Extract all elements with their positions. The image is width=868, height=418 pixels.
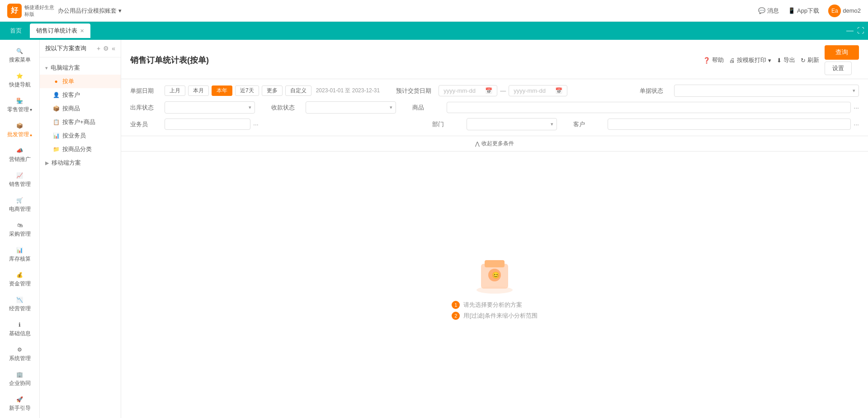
- delivery-status-select[interactable]: [165, 101, 255, 114]
- tree-child-by-category[interactable]: 📁 按商品分类: [40, 142, 121, 156]
- account-dropdown[interactable]: 办公用品行业模拟账套 ▾: [58, 7, 122, 15]
- tree-parent-mobile[interactable]: ▶ 移动端方案: [40, 156, 121, 170]
- sidebar-search[interactable]: 🔍 搜索菜单: [0, 43, 39, 68]
- settings-button[interactable]: 设置: [825, 62, 852, 75]
- marketing-icon: 📣: [16, 147, 23, 154]
- date-range-display: 2023-01-01 至 2023-12-31: [316, 87, 380, 95]
- user-area[interactable]: Ea demo2: [828, 5, 861, 17]
- sidebar-item-finance[interactable]: 💰 资金管理: [0, 267, 39, 292]
- star-icon: ⭐: [16, 73, 23, 79]
- tab-sales-order[interactable]: 销售订单统计表 ✕: [30, 24, 90, 38]
- empty-hint-2: 2 用[过滤]条件来缩小分析范围: [452, 312, 537, 320]
- tree-parent-pc[interactable]: ▾ 电脑端方案: [40, 61, 121, 75]
- main-layout: 🔍 搜索菜单 ⭐ 快捷导航 🏪 零售管理 ▾ 📦 批发管理 ▴ 📣 营销推广: [0, 40, 868, 418]
- last-month-button[interactable]: 上月: [165, 86, 185, 96]
- hint-num-1: 1: [452, 301, 460, 309]
- payment-status-select[interactable]: [306, 101, 396, 114]
- tab-home[interactable]: 首页: [4, 24, 28, 38]
- sidebar-item-system[interactable]: ⚙ 系统管理: [0, 342, 39, 367]
- left-panel-title: 按以下方案查询: [45, 44, 86, 52]
- ecommerce-icon: 🛒: [16, 197, 23, 204]
- order-status-select[interactable]: [674, 85, 859, 97]
- expected-delivery-start[interactable]: yyyy-mm-dd 📅: [439, 85, 497, 96]
- calendar-icon: 📅: [555, 87, 562, 94]
- sidebar-item-newbie[interactable]: 🚀 新手引导: [0, 392, 39, 417]
- product-input-group: ···: [447, 102, 859, 113]
- refresh-button[interactable]: ↻ 刷新: [801, 56, 819, 64]
- date-label: 单据日期: [130, 87, 157, 95]
- salesperson-input[interactable]: [165, 119, 250, 130]
- tree-child-by-product[interactable]: 📦 按商品: [40, 102, 121, 115]
- sales-order-tab-label: 销售订单统计表: [36, 27, 77, 35]
- empty-hint-1: 1 请先选择要分析的方案: [452, 301, 537, 309]
- product-dots[interactable]: ···: [854, 104, 859, 111]
- sidebar-quick-nav[interactable]: ⭐ 快捷导航: [0, 68, 39, 93]
- tree-child-by-customer[interactable]: 👤 按客户: [40, 88, 121, 102]
- collapse-panel-button[interactable]: «: [112, 45, 115, 52]
- template-print-button[interactable]: 🖨 按模板打印 ▾: [729, 56, 771, 64]
- sidebar-item-sales[interactable]: 📈 销售管理: [0, 168, 39, 193]
- settings-scheme-button[interactable]: ⚙: [103, 45, 109, 52]
- tree-section: ▾ 电脑端方案 ● 按单 👤 按客户 📦 按商品 📋 按客户+商品: [40, 57, 121, 173]
- expected-delivery-end[interactable]: yyyy-mm-dd 📅: [509, 85, 567, 96]
- sidebar-item-operations[interactable]: 📉 经营管理: [0, 292, 39, 317]
- avatar: Ea: [828, 5, 841, 17]
- sidebar-item-enterprise[interactable]: 🏢 企业协同: [0, 367, 39, 392]
- by-category-icon: 📁: [52, 146, 60, 153]
- sidebar-item-inventory[interactable]: 📊 库存核算: [0, 242, 39, 267]
- department-select[interactable]: [467, 118, 557, 130]
- sidebar-item-ecommerce[interactable]: 🛒 电商管理: [0, 193, 39, 218]
- logo-text: 畅捷通好生意 标版: [24, 4, 54, 17]
- collapse-bar[interactable]: ⋀ 收起更多条件: [121, 136, 868, 152]
- app-download-button[interactable]: 📱 App下载: [788, 7, 819, 15]
- query-button[interactable]: 查询: [825, 45, 859, 60]
- chevron-down-icon: ▾: [118, 7, 122, 14]
- filter-row-3: 业务员 ··· 部门 ▾ 客户 ···: [130, 118, 859, 130]
- logo-icon: 好: [7, 4, 22, 18]
- collapse-button[interactable]: ⋀ 收起更多条件: [475, 140, 514, 147]
- this-month-button[interactable]: 本月: [188, 86, 209, 96]
- tab-maximize-icon[interactable]: ⛶: [857, 27, 864, 35]
- department-wrapper: ▾: [467, 118, 557, 130]
- salesperson-dots[interactable]: ···: [253, 121, 259, 128]
- page-title: 销售订单统计表(按单): [130, 55, 209, 66]
- customer-input[interactable]: [608, 119, 851, 130]
- inventory-icon: 📊: [16, 247, 23, 253]
- purchase-icon: 🛍: [17, 222, 23, 228]
- sidebar-item-purchase[interactable]: 🛍 采购管理: [0, 218, 39, 242]
- help-button[interactable]: ❓ 帮助: [703, 56, 724, 64]
- search-icon: 🔍: [16, 48, 23, 54]
- sidebar-item-marketing[interactable]: 📣 营销推广: [0, 143, 39, 168]
- last-7-days-button[interactable]: 近7天: [235, 86, 259, 96]
- topbar-left: 好 畅捷通好生意 标版 办公用品行业模拟账套 ▾: [7, 4, 122, 18]
- export-button[interactable]: ⬇ 导出: [777, 56, 795, 64]
- customer-dots[interactable]: ···: [854, 121, 859, 128]
- sidebar-item-basic[interactable]: ℹ 基础信息: [0, 317, 39, 342]
- refresh-icon: ↻: [801, 57, 806, 64]
- tree-child-by-salesperson[interactable]: 📊 按业务员: [40, 129, 121, 142]
- this-year-button[interactable]: 本年: [212, 86, 232, 96]
- customer-input-group: ···: [608, 119, 859, 130]
- department-label: 部门: [432, 120, 459, 128]
- tabbar: 首页 销售订单统计表 ✕ — ⛶: [0, 22, 868, 40]
- chevron-right-icon: ▶: [45, 160, 49, 166]
- expected-delivery-label: 预计交货日期: [396, 87, 431, 95]
- delivery-status-label: 出库状态: [130, 104, 157, 112]
- by-salesperson-icon: 📊: [52, 132, 60, 139]
- tree-child-by-order[interactable]: ● 按单: [40, 75, 121, 88]
- product-input[interactable]: [447, 102, 851, 113]
- finance-icon: 💰: [16, 272, 23, 278]
- product-label: 商品: [412, 104, 439, 112]
- tabbar-actions: — ⛶: [846, 27, 864, 35]
- message-button[interactable]: 💬 消息: [758, 7, 779, 15]
- chevron-up-icon: ▴: [30, 132, 32, 137]
- more-button[interactable]: 更多: [262, 86, 283, 96]
- tab-close-icon[interactable]: ✕: [80, 28, 84, 34]
- sidebar-item-wholesale[interactable]: 📦 批发管理 ▴: [0, 118, 39, 143]
- sidebar-item-retail[interactable]: 🏪 零售管理 ▾: [0, 93, 39, 118]
- tree-child-by-customer-product[interactable]: 📋 按客户+商品: [40, 115, 121, 129]
- calendar-icon: 📅: [485, 87, 492, 94]
- add-scheme-button[interactable]: +: [97, 45, 100, 52]
- tab-minimize-icon[interactable]: —: [846, 27, 854, 35]
- custom-button[interactable]: 自定义: [285, 86, 311, 96]
